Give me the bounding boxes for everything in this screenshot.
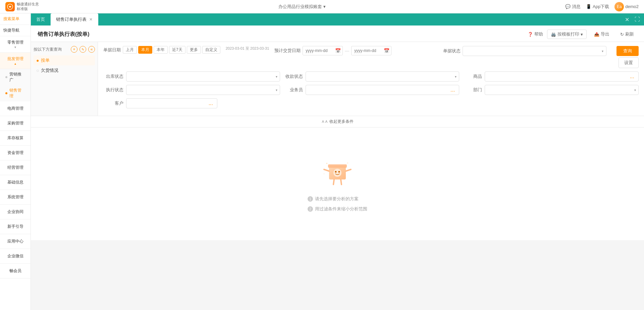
tab-close-all-btn[interactable]: ✕ bbox=[624, 16, 631, 23]
tabbar-right: ✕ ⛶ bbox=[624, 16, 644, 23]
message-btn[interactable]: 💬 消息 bbox=[565, 4, 581, 10]
shipment-status-input[interactable] bbox=[126, 71, 280, 82]
sidebar-search[interactable]: 搜索菜单 bbox=[0, 13, 31, 25]
filter-left-header: 按以下方案查询 + ✎ « bbox=[34, 46, 95, 53]
filter-row-2: 出库状态 ▾ 收款状态 ▾ bbox=[103, 71, 639, 82]
user-profile[interactable]: Ea demo2 bbox=[614, 2, 639, 11]
date-btn-thisyear[interactable]: 本年 bbox=[154, 46, 168, 54]
customer-field: 客户 ... bbox=[103, 98, 217, 108]
sidebar-item-retail[interactable]: 零售管理 ▾ bbox=[0, 36, 31, 53]
page-title: 销售订单执行表(按单) bbox=[38, 31, 90, 38]
order-status-arrow: ▾ bbox=[602, 49, 603, 53]
exec-status-input[interactable] bbox=[126, 85, 280, 95]
filter-row-4: 客户 ... bbox=[103, 98, 639, 108]
date-btn-custom[interactable]: 自定义 bbox=[202, 46, 220, 54]
sidebar-item-wechat[interactable]: 企业微信 bbox=[0, 249, 31, 264]
filter-add-btn[interactable]: + bbox=[71, 46, 77, 53]
salesperson-dots-btn[interactable]: ... bbox=[449, 87, 456, 93]
empty-tip-row-1: 1 请先选择要分析的方案 bbox=[308, 195, 367, 203]
exec-status-label: 执行状态 bbox=[103, 87, 123, 93]
collapse-bar[interactable]: ∧∧ 收起更多条件 bbox=[31, 116, 644, 127]
dept-label: 部门 bbox=[462, 87, 482, 93]
shipment-status-label: 出库状态 bbox=[103, 73, 123, 80]
filter-left: 按以下方案查询 + ✎ « ● 按单 ○ 欠货情况 bbox=[31, 42, 98, 116]
sidebar-item-wholesale[interactable]: 批发管理 ▴ bbox=[0, 53, 31, 69]
exec-status-field: 执行状态 ▾ bbox=[103, 85, 280, 95]
tab-sales-exec[interactable]: 销售订单执行表 ✕ bbox=[51, 13, 98, 25]
shipment-status-field: 出库状态 ▾ bbox=[103, 71, 280, 82]
sidebar-item-system[interactable]: 系统管理 bbox=[0, 190, 31, 205]
filter-right: 单据日期 上月 本月 本年 近7天 更多 自定义 2023-03-0 bbox=[98, 42, 644, 116]
app-download-btn[interactable]: 📱 App下载 bbox=[586, 4, 609, 10]
export-btn[interactable]: 📤 导出 bbox=[591, 30, 613, 39]
svg-point-5 bbox=[338, 171, 340, 173]
sidebar-item-finance[interactable]: 资金管理 bbox=[0, 146, 31, 160]
expected-date-from[interactable] bbox=[303, 46, 343, 55]
sidebar-sub-sales[interactable]: 销售管理 bbox=[0, 85, 31, 101]
sidebar-sub-marketing[interactable]: 营销推广 bbox=[0, 69, 31, 85]
filter-nav-by-debt[interactable]: ○ 欠货情况 bbox=[34, 65, 95, 75]
sidebar-quick-nav[interactable]: 快捷导航 bbox=[0, 25, 31, 36]
expected-date-from-wrapper: 📅 bbox=[303, 46, 343, 55]
receipt-status-input[interactable] bbox=[306, 71, 460, 82]
svg-line-6 bbox=[324, 169, 329, 171]
salesperson-label: 业务员 bbox=[283, 87, 303, 93]
help-label: 帮助 bbox=[534, 31, 543, 37]
date-label: 单据日期 bbox=[103, 47, 121, 53]
tip-num-1: 1 bbox=[308, 196, 313, 202]
logo-icon bbox=[5, 2, 15, 11]
page-header-actions: ❓ 帮助 🖨️ 按模板打印 ▾ 📤 导出 ↻ 刷新 bbox=[528, 30, 637, 39]
print-label: 按模板打印 bbox=[557, 31, 579, 37]
sidebar-item-appcenter[interactable]: 应用中心 bbox=[0, 234, 31, 249]
date-btn-more[interactable]: 更多 bbox=[187, 46, 201, 54]
filter-edit-btn[interactable]: ✎ bbox=[79, 46, 86, 53]
tab-sales-exec-label: 销售订单执行表 bbox=[56, 16, 87, 22]
sidebar-item-member[interactable]: 畅会员 bbox=[0, 264, 31, 278]
expected-date-to[interactable] bbox=[351, 46, 391, 55]
dropdown-icon: ▾ bbox=[323, 4, 326, 9]
customer-dots-btn[interactable]: ... bbox=[207, 100, 214, 106]
query-btn[interactable]: 查询 bbox=[616, 46, 639, 56]
sidebar-item-ecommerce[interactable]: 电商管理 bbox=[0, 101, 31, 116]
page-selector[interactable]: 办公用品行业模拟账套 ▾ bbox=[278, 4, 326, 10]
sidebar-item-purchase[interactable]: 采购管理 bbox=[0, 116, 31, 131]
svg-rect-2 bbox=[328, 164, 347, 168]
filter-collapse-btn[interactable]: « bbox=[88, 46, 95, 53]
filter-left-title: 按以下方案查询 bbox=[34, 47, 62, 52]
sub-dot-marketing bbox=[5, 76, 7, 78]
date-quick-btns: 上月 本月 本年 近7天 更多 自定义 bbox=[123, 46, 220, 54]
sidebar-item-enterprise[interactable]: 企业协同 bbox=[0, 205, 31, 219]
svg-point-4 bbox=[335, 171, 337, 173]
print-icon: 🖨️ bbox=[551, 32, 556, 37]
help-btn[interactable]: ❓ 帮助 bbox=[528, 31, 543, 37]
date-btn-lastmonth[interactable]: 上月 bbox=[123, 46, 137, 54]
date-btn-thismonth[interactable]: 本月 bbox=[138, 46, 152, 54]
receipt-status-label: 收款状态 bbox=[283, 73, 303, 80]
print-btn[interactable]: 🖨️ 按模板打印 ▾ bbox=[547, 30, 587, 39]
dept-field: 部门 ▾ bbox=[462, 85, 639, 95]
svg-text:✦: ✦ bbox=[347, 162, 348, 164]
goods-label: 商品 bbox=[462, 73, 482, 80]
goods-dots-btn[interactable]: ... bbox=[629, 73, 636, 80]
sidebar-item-operation[interactable]: 经营管理 bbox=[0, 160, 31, 175]
date-btn-7days[interactable]: 近7天 bbox=[169, 46, 185, 54]
by-debt-label: 欠货情况 bbox=[41, 67, 58, 73]
sidebar-item-newbie[interactable]: 新手引导 bbox=[0, 219, 31, 234]
avatar: Ea bbox=[614, 2, 624, 11]
sidebar: 搜索菜单 快捷导航 零售管理 ▾ 批发管理 ▴ 营销推广 销售管理 电商管理 采… bbox=[0, 13, 31, 310]
tab-fullscreen-btn[interactable]: ⛶ bbox=[633, 16, 641, 23]
sidebar-item-inventory[interactable]: 库存核算 bbox=[0, 131, 31, 146]
svg-text:✦: ✦ bbox=[326, 162, 328, 165]
setting-btn[interactable]: 设置 bbox=[619, 57, 639, 68]
date-range-text: 2023-03-01 至 2023-03-31 bbox=[226, 46, 269, 51]
order-status-select[interactable]: ▾ bbox=[463, 46, 606, 56]
dept-input[interactable] bbox=[485, 85, 639, 95]
filter-left-icons: + ✎ « bbox=[71, 46, 95, 53]
logo-area: 畅捷通好生意 标准版 bbox=[5, 2, 39, 11]
sidebar-item-basic[interactable]: 基础信息 bbox=[0, 175, 31, 190]
empty-tip-row-2: 2 用过滤条件来缩小分析范围 bbox=[308, 205, 367, 213]
tab-home[interactable]: 首页 bbox=[31, 13, 51, 25]
filter-nav-by-order[interactable]: ● 按单 bbox=[34, 55, 95, 65]
refresh-btn[interactable]: ↻ 刷新 bbox=[617, 30, 637, 39]
tab-close-btn[interactable]: ✕ bbox=[89, 17, 93, 22]
